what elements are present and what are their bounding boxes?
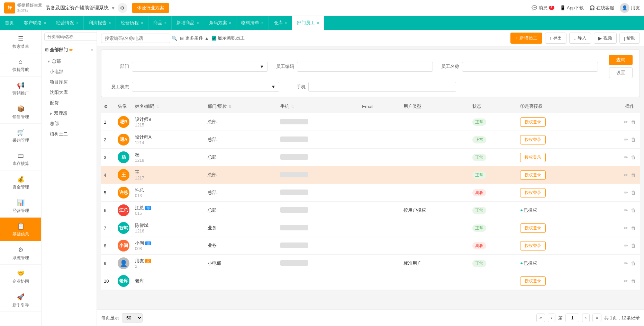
delete-button[interactable]: 🗑 — [631, 243, 636, 248]
prev-page-button[interactable]: ‹ — [548, 314, 555, 322]
delete-button[interactable]: 🗑 — [631, 172, 636, 178]
sidebar-item-basic[interactable]: 📋基础信息 — [0, 218, 41, 241]
tree-edit-icon[interactable]: ✏ — [69, 47, 73, 53]
emp-name-label: 员工名称 — [438, 63, 459, 70]
emp-code-input[interactable] — [297, 62, 433, 72]
sidebar-item-search[interactable]: ☰搜索菜单 — [0, 30, 41, 53]
tree-node-小电部[interactable]: 小电部 — [42, 67, 97, 77]
tree-node-植树王二[interactable]: 植树王二 — [42, 129, 97, 139]
auth-button[interactable]: 授权登录 — [520, 135, 546, 144]
edit-button[interactable]: ✏ — [624, 278, 628, 284]
show-former-checkbox[interactable]: 显示离职员工 — [212, 35, 245, 41]
auth-button[interactable]: 授权登录 — [520, 153, 546, 162]
delete-button[interactable]: 🗑 — [631, 261, 636, 266]
nav-tab-物料清单[interactable]: 物料清单 × — [236, 16, 269, 30]
auth-button[interactable]: 授权登录 — [520, 241, 546, 250]
status-select[interactable]: ▼ — [132, 82, 279, 92]
dept-select[interactable]: ▼ — [132, 62, 268, 72]
sidebar-item-marketing[interactable]: 📢营销推广 — [0, 77, 41, 100]
edit-button[interactable]: ✏ — [624, 243, 628, 248]
import-button[interactable]: ↓ 导入 — [569, 33, 591, 44]
search-input[interactable] — [101, 34, 170, 43]
sidebar-item-quick-nav[interactable]: ⌂快捷导航 — [0, 53, 41, 77]
help-button[interactable]: | 帮助 — [619, 33, 640, 44]
phone-input[interactable] — [308, 82, 456, 92]
tree-node-配货[interactable]: 配货 — [42, 98, 97, 108]
col-settings[interactable]: ⚙ — [101, 100, 115, 113]
tree-search-input[interactable] — [44, 33, 97, 41]
edit-button[interactable]: ✏ — [624, 190, 628, 195]
auth-button[interactable]: 授权登录 — [520, 170, 546, 180]
edit-button[interactable]: ✏ — [624, 137, 628, 142]
edit-button[interactable]: ✏ — [624, 172, 628, 178]
tree-node-总部[interactable]: ▼总部 — [42, 56, 97, 67]
sidebar-item-operations[interactable]: 📊经营管理 — [0, 194, 41, 218]
experience-button[interactable]: 体验行业方案 — [132, 3, 169, 13]
avatar: 嗯B — [118, 116, 129, 128]
edit-button[interactable]: ✏ — [624, 208, 628, 213]
delete-button[interactable]: 🗑 — [631, 278, 636, 284]
tree-node-总部[interactable]: 总部 — [42, 118, 97, 129]
nav-tab-经营历程[interactable]: 经营历程 × — [116, 16, 148, 30]
nav-tab-经营情况[interactable]: 经营情况 × — [51, 16, 83, 30]
tree-collapse-icon[interactable]: « — [91, 47, 93, 53]
tree-node-沈阳大库[interactable]: 沈阳大库 — [42, 87, 97, 98]
per-page-select[interactable]: 50 20 100 — [122, 313, 143, 323]
title-dropdown[interactable]: ▼ — [111, 5, 116, 11]
emp-name-input[interactable] — [462, 62, 598, 72]
delete-button[interactable]: 🗑 — [631, 119, 636, 125]
online-service-button[interactable]: 🎧 在线客服 — [589, 5, 614, 11]
edit-button[interactable]: ✏ — [624, 155, 628, 160]
nav-tab-客户联络[interactable]: 客户联络 × — [19, 16, 51, 30]
settings-button[interactable]: ⚙ — [118, 3, 127, 13]
delete-button[interactable]: 🗑 — [631, 208, 636, 213]
sidebar-item-inventory[interactable]: 🗃库存核算 — [0, 147, 41, 170]
col-dept[interactable]: 部门/职位 ⇅ — [205, 100, 278, 113]
nav-tab-利润报告[interactable]: 利润报告 × — [84, 16, 116, 30]
delete-button[interactable]: 🗑 — [631, 225, 636, 231]
sidebar-item-guide[interactable]: 🚀新手引导 — [0, 288, 41, 312]
nav-tab-首页[interactable]: 首页 — [0, 16, 19, 30]
auth-button[interactable]: 授权登录 — [520, 223, 546, 233]
more-conditions-button[interactable]: ⊟ 更多条件 ▲ — [180, 35, 209, 41]
tree-arrow: ▶ — [50, 112, 53, 115]
messages-button[interactable]: 💬 消息 6 — [532, 5, 554, 11]
last-page-button[interactable]: » — [592, 314, 601, 322]
query-button[interactable]: 查询 — [609, 55, 633, 65]
sidebar-item-enterprise[interactable]: 🤝企业协同 — [0, 265, 41, 288]
tree-node-项目库房[interactable]: 项目库房 — [42, 77, 97, 87]
nav-tab-仓库[interactable]: 仓库 × — [269, 16, 292, 30]
sidebar-item-finance[interactable]: 💰资金管理 — [0, 170, 41, 194]
sidebar-item-sales[interactable]: 📦销售管理 — [0, 100, 41, 124]
delete-button[interactable]: 🗑 — [631, 155, 636, 160]
first-page-button[interactable]: « — [536, 314, 545, 322]
sidebar-item-purchase[interactable]: 🛒采购管理 — [0, 124, 41, 147]
edit-button[interactable]: ✏ — [624, 261, 628, 266]
status-field: 员工状态 ▼ — [108, 82, 279, 92]
auth-button[interactable]: 授权登录 — [520, 276, 546, 286]
auth-button[interactable]: 授权登录 — [520, 188, 546, 197]
edit-button[interactable]: ✏ — [624, 119, 628, 125]
delete-button[interactable]: 🗑 — [631, 137, 636, 142]
sidebar-item-system[interactable]: ⚙系统管理 — [0, 241, 41, 265]
export-button[interactable]: ↑ 导出 — [545, 33, 567, 44]
next-page-button[interactable]: › — [582, 314, 590, 322]
content-area: 🔍 ⊞ 全部部门 ✏ « ▼总部小电部项目库房沈阳大库配货▶双鹿想总部植树王二 … — [42, 30, 644, 326]
nav-tab-商品[interactable]: 商品 × — [148, 16, 172, 30]
col-name[interactable]: 姓名/编码 ⇅ — [132, 100, 205, 113]
set-button[interactable]: 设置 — [609, 67, 633, 78]
tree-node-双鹿想[interactable]: ▶双鹿想 — [42, 108, 97, 118]
user-area[interactable]: 👤 用友 — [620, 3, 640, 13]
app-download-button[interactable]: 📱 App下载 — [560, 5, 584, 11]
nav-tab-条码方案[interactable]: 条码方案 × — [204, 16, 236, 30]
auth-button[interactable]: 授权登录 — [520, 117, 546, 127]
nav-tab-新增商品[interactable]: 新增商品 × — [172, 16, 204, 30]
delete-button[interactable]: 🗑 — [631, 190, 636, 195]
page-number-input[interactable] — [565, 314, 579, 322]
search-icon[interactable]: 🔍 — [172, 36, 177, 41]
nav-tab-部门员工[interactable]: 部门员工 × — [292, 16, 324, 30]
edit-button[interactable]: ✏ — [624, 225, 628, 231]
video-button[interactable]: ▶ 视频 — [594, 33, 617, 44]
add-employee-button[interactable]: + 新增员工 — [510, 33, 542, 44]
col-phone[interactable]: 手机 ⇅ — [278, 100, 359, 113]
